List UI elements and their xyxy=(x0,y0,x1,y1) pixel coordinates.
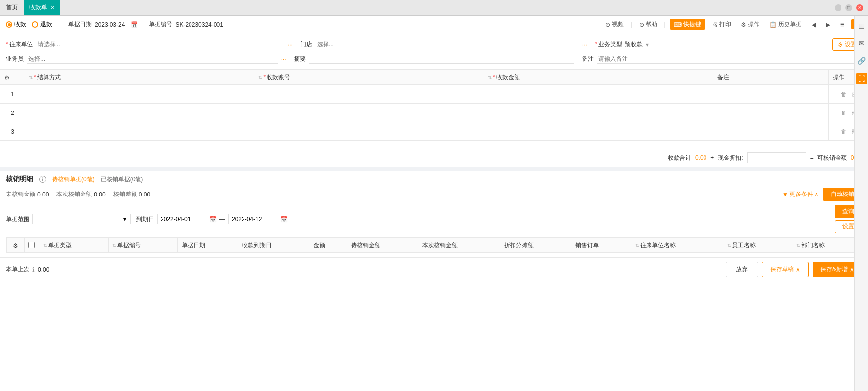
chevron-up-icon: ∧ xyxy=(814,191,819,198)
partner-input[interactable] xyxy=(36,40,285,49)
print-btn[interactable]: 🖨 打印 xyxy=(709,19,734,29)
lt-th-partner: ⇅往来单位名称 xyxy=(631,238,723,253)
layout-icon[interactable]: ≡ xyxy=(837,19,847,30)
right-sidebar: ▦ ✉ 🔗 ⛶ xyxy=(854,16,868,391)
select-all-checkbox[interactable] xyxy=(28,242,35,248)
range-label: 单据范围 xyxy=(6,215,29,223)
nav-next-btn[interactable]: ▶ xyxy=(823,20,833,29)
tab-receipt[interactable]: 收款单 ✕ xyxy=(24,0,60,15)
row-3-settlement[interactable] xyxy=(25,122,254,141)
radio-refund-label: 退款 xyxy=(40,20,52,28)
maximize-button[interactable]: □ xyxy=(845,4,852,11)
row-2-num: 2 xyxy=(0,104,25,122)
store-label: 门店 xyxy=(300,40,312,49)
shortcut-label: 快捷键 xyxy=(683,20,701,28)
row-2-remark[interactable] xyxy=(713,104,829,122)
current-stat: 本次核销金额 0.00 xyxy=(56,190,105,198)
row-3-account[interactable] xyxy=(254,122,484,141)
lt-th-settings[interactable]: ⚙ xyxy=(7,238,25,253)
save-new-label: 保存&新增 xyxy=(820,265,848,274)
summary-field: 摘要 xyxy=(294,55,574,64)
date-from-calendar-icon[interactable]: 📅 xyxy=(209,216,217,223)
row-1-amount[interactable] xyxy=(484,85,713,104)
number-label: 单据编号 xyxy=(149,20,172,28)
row-2-amount[interactable] xyxy=(484,104,713,122)
sidebar-expand-icon[interactable]: ⛶ xyxy=(856,73,867,84)
radio-receipt[interactable]: 收款 xyxy=(6,20,26,28)
pending-tab[interactable]: 待核销单据(0笔) xyxy=(52,175,95,184)
operation-btn[interactable]: ⚙ 操作 xyxy=(738,19,762,29)
date-to-calendar-icon[interactable]: 📅 xyxy=(280,216,288,223)
date-to-input[interactable] xyxy=(228,214,277,224)
staff-input[interactable] xyxy=(27,55,278,64)
shortcut-btn[interactable]: ⌨ 快捷键 xyxy=(670,19,705,30)
close-button[interactable]: ✕ xyxy=(856,4,863,11)
business-type-dropdown[interactable]: ▾ xyxy=(646,41,649,48)
row-3-delete-icon[interactable]: 🗑 xyxy=(841,128,847,135)
main-content: 收款 退款 单据日期 2023-03-24 📅 单据编号 SK-20230324… xyxy=(0,16,868,391)
window-controls: — □ ✕ xyxy=(835,4,868,11)
number-field: 单据编号 SK-20230324-001 xyxy=(149,20,223,28)
date-from-input[interactable] xyxy=(157,214,206,224)
tab-receipt-close[interactable]: ✕ xyxy=(50,4,54,11)
store-more-icon[interactable]: ··· xyxy=(582,41,587,48)
completed-tab[interactable]: 已核销单据(0笔) xyxy=(101,175,143,184)
date-field: 单据日期 2023-03-24 📅 xyxy=(68,20,141,29)
history-btn[interactable]: 📋 历史单据 xyxy=(766,19,805,29)
lt-th-dept: ⇅部门名称 xyxy=(792,238,861,253)
discount-label: 现金折扣: xyxy=(718,154,743,162)
row-1-delete-icon[interactable]: 🗑 xyxy=(841,91,847,98)
toolbar-divider-1 xyxy=(60,20,60,29)
lt-th-current: 本次核销金额 xyxy=(418,238,500,253)
discard-button[interactable]: 放弃 xyxy=(726,262,758,277)
row-1-settlement[interactable] xyxy=(25,85,254,104)
video-btn[interactable]: ⊙ 视频 xyxy=(602,19,626,29)
available-label: 可核销金额 xyxy=(817,154,847,162)
sidebar-link-icon[interactable]: 🔗 xyxy=(855,55,868,67)
row-1-account[interactable] xyxy=(254,85,484,104)
more-conditions-btn[interactable]: ▼ 更多条件 ∧ xyxy=(782,190,819,198)
tab-home[interactable]: 首页 xyxy=(0,0,24,15)
th-remark: 备注 xyxy=(713,70,829,85)
row-1-remark[interactable] xyxy=(713,85,829,104)
row-2-settlement[interactable] xyxy=(25,104,254,122)
sidebar-table-icon[interactable]: ▦ xyxy=(856,20,867,31)
bottom-bar: 本单上次 ℹ 0.00 放弃 保存草稿 ∧ 保存&新增 ∧ xyxy=(0,257,868,281)
th-settings[interactable]: ⚙ xyxy=(0,70,25,85)
discount-input[interactable] xyxy=(747,152,806,163)
row-1-num: 1 xyxy=(0,85,25,104)
minimize-button[interactable]: — xyxy=(835,4,841,11)
unreconciled-label: 未核销金额 xyxy=(6,190,35,198)
reconcile-info-icon[interactable]: ℹ xyxy=(39,176,46,183)
table-row: 1 🗑 ⎘ xyxy=(0,85,868,104)
row-2-account[interactable] xyxy=(254,104,484,122)
staff-label: 业务员 xyxy=(6,55,24,63)
calendar-icon[interactable]: 📅 xyxy=(128,20,141,29)
th-account: ⇅*收款账号 xyxy=(254,70,484,85)
row-2-delete-icon[interactable]: 🗑 xyxy=(841,110,847,116)
range-select[interactable]: ▾ xyxy=(32,214,131,224)
partner-more-icon[interactable]: ··· xyxy=(288,41,293,48)
toolbar: 收款 退款 单据日期 2023-03-24 📅 单据编号 SK-20230324… xyxy=(0,16,868,33)
unreconciled-value: 0.00 xyxy=(37,191,49,198)
radio-receipt-label: 收款 xyxy=(14,20,26,28)
nav-prev-btn[interactable]: ◀ xyxy=(809,20,819,29)
row-3-remark[interactable] xyxy=(713,122,829,141)
summary-input[interactable] xyxy=(309,55,574,64)
radio-refund[interactable]: 退款 xyxy=(32,20,52,28)
date-separator: — xyxy=(219,216,225,223)
bottom-info-icon[interactable]: ℹ xyxy=(32,266,35,273)
store-input[interactable] xyxy=(315,40,579,49)
filter-icon: ▼ xyxy=(782,191,788,198)
help-btn[interactable]: ⊙ 帮助 xyxy=(636,19,660,29)
remark-input[interactable] xyxy=(597,55,862,64)
staff-more-icon[interactable]: ··· xyxy=(281,56,286,63)
print-label: 打印 xyxy=(719,20,731,28)
save-draft-button[interactable]: 保存草稿 ∧ xyxy=(762,262,809,277)
row-3-num: 3 xyxy=(0,122,25,141)
lt-th-bill-date: 单据日期 xyxy=(178,238,238,253)
lt-th-discount: 折扣分摊额 xyxy=(500,238,571,253)
reconcile-table: ⚙ ⇅单据类型 ⇅单据编号 单据日期 收款到期日 金额 待核销金额 本次核销金额… xyxy=(6,238,862,253)
sidebar-mail-icon[interactable]: ✉ xyxy=(857,37,867,49)
row-3-amount[interactable] xyxy=(484,122,713,141)
